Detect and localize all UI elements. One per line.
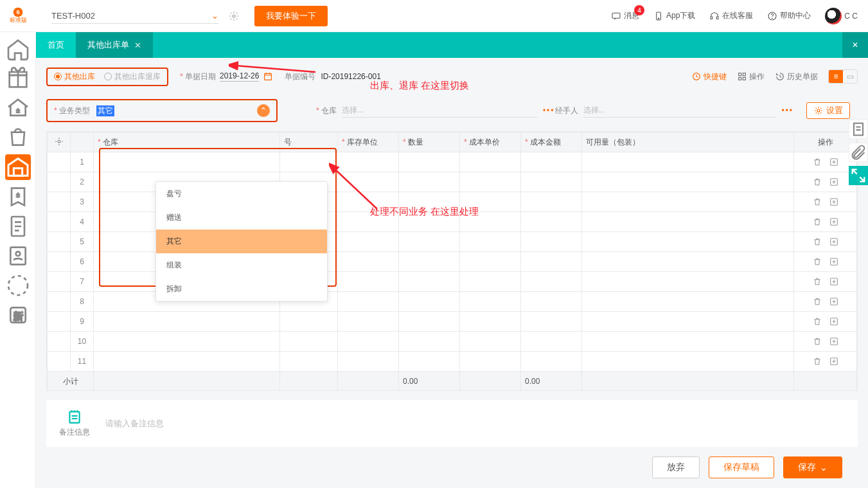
cancel-button[interactable]: 放弃 (652, 456, 700, 478)
messages-link[interactable]: 消息 4 (611, 10, 639, 21)
customer-service-link[interactable]: 在线客服 (709, 10, 753, 21)
rail-note-button[interactable] (849, 120, 868, 139)
delete-icon[interactable] (812, 257, 822, 267)
radio-return[interactable]: 其他出库退库 (104, 71, 161, 82)
radio-dot-icon (54, 73, 62, 80)
add-icon[interactable] (829, 237, 839, 247)
more-icon[interactable]: ••• (543, 106, 555, 115)
col-rownum (71, 132, 94, 152)
save-button[interactable]: 保存⌄ (783, 456, 842, 478)
delete-icon[interactable] (812, 157, 822, 167)
business-type-select[interactable]: 业务类型 其它 ⌃ (46, 99, 278, 122)
nav-more[interactable] (5, 273, 31, 298)
delete-icon[interactable] (812, 177, 822, 187)
help-center-link[interactable]: 帮助中心 (767, 10, 811, 21)
handler-label: 经手人 (555, 105, 578, 116)
dropdown-item-assemble[interactable]: 组装 (156, 253, 327, 277)
col-amount: 成本金额 (521, 132, 582, 152)
hotkey-link[interactable]: 快捷键 (691, 71, 727, 82)
table-row[interactable]: 11 (48, 352, 857, 372)
delete-icon[interactable] (812, 237, 822, 247)
col-price: 成本单价 (460, 132, 521, 152)
tabbar-close-button[interactable]: ✕ (842, 32, 868, 58)
nav-finance[interactable] (5, 95, 31, 121)
radio-return-label: 其他出库退库 (114, 71, 161, 82)
dropdown-item-gift[interactable]: 赠送 (156, 206, 327, 230)
add-icon[interactable] (829, 276, 839, 287)
add-icon[interactable] (829, 157, 839, 167)
table-row[interactable]: 9 (48, 312, 857, 332)
delete-icon[interactable] (812, 197, 822, 207)
add-icon[interactable] (829, 197, 839, 207)
table-row[interactable]: 1 (48, 152, 857, 172)
svg-point-5 (658, 18, 659, 19)
dropdown-item-other[interactable]: 其它 (156, 230, 327, 253)
add-icon[interactable] (829, 217, 839, 227)
add-icon[interactable] (829, 177, 839, 187)
nav-new[interactable]: 新 (5, 302, 31, 328)
dropdown-item-loss[interactable]: 盘亏 (156, 182, 327, 206)
add-icon[interactable] (829, 257, 839, 267)
remark-input[interactable] (105, 419, 845, 428)
history-link[interactable]: 历史单据 (775, 71, 818, 82)
svg-point-2 (233, 15, 235, 17)
tenant-select[interactable]: TEST-H002 ⌄ (51, 8, 218, 24)
app-download-link[interactable]: App下载 (653, 10, 695, 21)
remark-section: 备注信息 (46, 400, 858, 447)
dropdown-item-disassemble[interactable]: 拆卸 (156, 277, 327, 301)
user-menu[interactable]: C C (825, 8, 858, 24)
delete-icon[interactable] (812, 276, 822, 287)
view-grid-button[interactable]: ▭ (843, 70, 857, 83)
radio-dot-icon (104, 73, 112, 80)
col-gear[interactable] (48, 132, 71, 152)
doc-date-label: 单据日期 (180, 71, 216, 82)
rail-attach-button[interactable] (849, 143, 868, 162)
delete-icon[interactable] (812, 336, 822, 347)
table-row[interactable]: 10 (48, 332, 857, 352)
nav-gift[interactable] (5, 66, 31, 91)
gear-icon[interactable] (229, 11, 239, 21)
add-icon[interactable] (829, 336, 839, 347)
save-draft-button[interactable]: 保存草稿 (709, 456, 774, 478)
tab-other-outbound[interactable]: 其他出库单 ✕ (76, 32, 153, 58)
radio-outbound[interactable]: 其他出库 (54, 71, 95, 82)
nav-inventory[interactable] (5, 154, 31, 180)
settings-button[interactable]: 设置 (806, 102, 850, 119)
calendar-icon[interactable] (263, 71, 273, 82)
nav-purchase[interactable] (5, 125, 31, 150)
svg-point-14 (15, 251, 20, 256)
nav-home[interactable] (5, 36, 31, 62)
handler-select[interactable]: 选择... (583, 104, 777, 118)
gear-icon (813, 105, 824, 116)
add-icon[interactable] (829, 296, 839, 307)
add-icon[interactable] (829, 316, 839, 327)
doc-id-value: ID-20191226-001 (321, 72, 380, 81)
logo[interactable]: 6 标准版 (0, 0, 36, 32)
trial-button[interactable]: 我要体验一下 (254, 6, 328, 26)
more-icon[interactable]: ••• (781, 106, 793, 115)
svg-rect-18 (265, 73, 272, 80)
nav-staff[interactable] (5, 243, 31, 269)
svg-rect-23 (743, 77, 745, 80)
col-no: 号 (280, 132, 338, 152)
delete-icon[interactable] (812, 356, 822, 366)
delete-icon[interactable] (812, 217, 822, 227)
svg-rect-20 (739, 73, 741, 76)
keyboard-icon (691, 71, 702, 82)
radio-outbound-label: 其他出库 (64, 71, 95, 82)
nav-report[interactable] (5, 213, 31, 239)
operation-link[interactable]: 操作 (737, 71, 765, 82)
delete-icon[interactable] (812, 316, 822, 327)
tab-bar: 首页 其他出库单 ✕ ✕ (36, 32, 868, 58)
doc-date-value[interactable]: 2019-12-26 (220, 71, 259, 82)
svg-rect-7 (717, 16, 719, 19)
close-icon[interactable]: ✕ (134, 41, 141, 50)
delete-icon[interactable] (812, 296, 822, 307)
add-icon[interactable] (829, 356, 839, 366)
rail-expand-button[interactable] (849, 166, 868, 185)
warehouse-select[interactable]: 选择... (342, 104, 538, 118)
view-list-button[interactable]: ≡ (829, 70, 843, 83)
tab-home[interactable]: 首页 (36, 32, 76, 58)
nav-money[interactable] (5, 184, 31, 210)
app-download-label: App下载 (666, 10, 695, 21)
